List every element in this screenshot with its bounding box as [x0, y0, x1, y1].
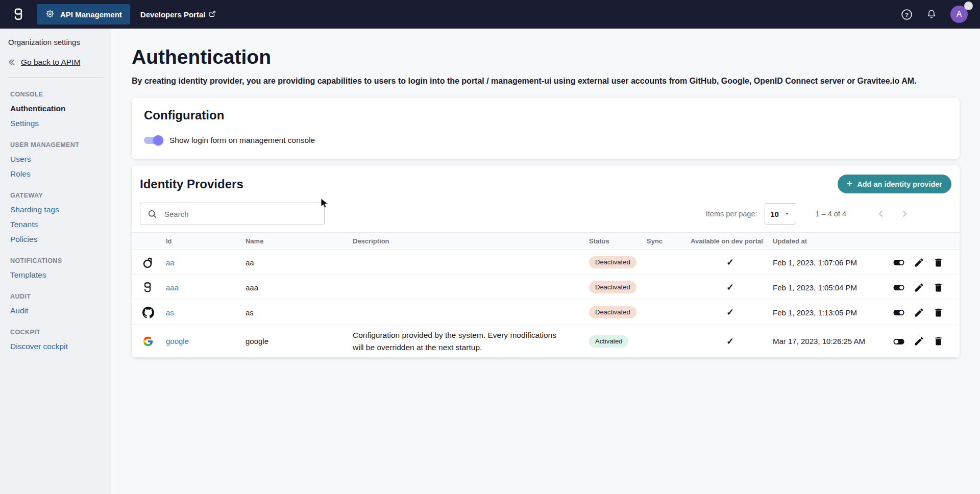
notifications-button[interactable] — [926, 9, 937, 20]
sidebar-item-roles[interactable]: Roles — [10, 169, 101, 179]
external-link-icon — [209, 10, 216, 19]
sidebar-item-discover-cockpit[interactable]: Discover cockpit — [10, 342, 101, 351]
sidebar-item-authentication[interactable]: Authentication — [10, 104, 101, 113]
idp-updated-at: Feb 1, 2023, 1:07:06 PM — [771, 258, 886, 267]
delete-button[interactable] — [933, 256, 944, 268]
idp-description: Configuration provided by the system. Ev… — [351, 329, 587, 353]
delete-button[interactable] — [933, 335, 944, 348]
toggle-on-icon — [893, 281, 905, 293]
pencil-icon — [914, 257, 924, 268]
activate-toggle-button[interactable] — [893, 256, 905, 268]
pencil-icon — [914, 282, 924, 293]
check-icon: ✓ — [726, 307, 734, 318]
pencil-icon — [914, 336, 924, 347]
status-badge: Deactivated — [589, 306, 636, 318]
identity-providers-title: Identity Providers — [140, 177, 243, 191]
show-login-form-label: Show login form on management console — [169, 136, 315, 145]
idp-id-link[interactable]: aa — [164, 258, 244, 267]
column-header-status: Status — [587, 237, 645, 245]
edit-button[interactable] — [914, 281, 924, 293]
status-badge: Activated — [589, 335, 628, 348]
idp-updated-at: Feb 1, 2023, 1:13:05 PM — [771, 308, 886, 317]
plus-icon: + — [847, 179, 853, 189]
help-icon: ? — [901, 9, 913, 20]
go-back-to-apim-link[interactable]: Go back to APIM — [7, 58, 104, 67]
check-icon: ✓ — [726, 257, 734, 268]
status-dot — [964, 2, 973, 10]
chevron-down-icon — [784, 211, 790, 217]
developers-portal-label: Developers Portal — [140, 10, 206, 19]
search-box — [140, 203, 325, 225]
status-badge: Deactivated — [589, 281, 636, 293]
idp-id-link[interactable]: aaa — [164, 283, 244, 292]
bell-icon — [926, 9, 937, 20]
developers-portal-link[interactable]: Developers Portal — [140, 10, 216, 19]
column-header-description: Description — [351, 237, 587, 245]
previous-page-button[interactable] — [875, 208, 887, 220]
delete-button[interactable] — [933, 281, 944, 293]
paginator: Items per page: 10 1 – 4 of 4 — [706, 203, 951, 225]
delete-button[interactable] — [933, 306, 944, 318]
api-management-button[interactable]: API Management — [37, 4, 130, 24]
activate-toggle-button[interactable] — [893, 306, 905, 318]
column-header-sync: Sync — [645, 237, 689, 245]
idp-name: aaa — [244, 283, 351, 292]
idp-name: google — [244, 337, 351, 345]
avatar-letter: A — [957, 10, 962, 19]
navbar-right-cluster: ? A — [901, 6, 968, 23]
edit-button[interactable] — [914, 335, 924, 348]
pencil-icon — [914, 307, 924, 318]
search-input[interactable] — [163, 209, 317, 219]
sidebar-item-tenants[interactable]: Tenants — [10, 220, 101, 229]
sidebar-item-sharding-tags[interactable]: Sharding tags — [10, 205, 101, 214]
configuration-card: Configuration Show login form on managem… — [132, 98, 960, 159]
sidebar-item-settings[interactable]: Settings — [10, 119, 101, 128]
activate-toggle-button[interactable] — [893, 335, 905, 348]
google-icon — [132, 336, 164, 347]
sidebar-item-users[interactable]: Users — [10, 155, 101, 164]
column-header-name: Name — [244, 237, 351, 245]
column-header-available-on-dev-portal: Available on dev portal — [689, 237, 771, 245]
idp-id-link[interactable]: google — [164, 337, 244, 345]
section-header-user-management: USER MANAGEMENT — [10, 141, 101, 149]
show-login-form-toggle[interactable] — [144, 137, 162, 144]
sidebar: Organization settings Go back to APIM CO… — [0, 29, 111, 494]
table-row: aa aa Deactivated ✓ Feb 1, 2023, 1:07:06… — [132, 250, 960, 275]
sidebar-item-audit[interactable]: Audit — [10, 306, 101, 315]
chevron-left-icon — [875, 208, 887, 220]
section-header-cockpit: COCKPIT — [10, 329, 101, 336]
section-header-audit: AUDIT — [10, 293, 101, 300]
table-row: google google Configuration provided by … — [132, 325, 960, 358]
next-page-button[interactable] — [898, 208, 911, 220]
activate-toggle-button[interactable] — [893, 281, 905, 293]
chevron-right-icon — [898, 208, 911, 220]
page-range-label: 1 – 4 of 4 — [816, 210, 846, 218]
github-icon — [132, 307, 164, 318]
api-management-label: API Management — [60, 10, 122, 19]
idp-updated-at: Mar 17, 2023, 10:26:25 AM — [771, 337, 886, 345]
trash-icon — [933, 336, 944, 347]
section-header-gateway: GATEWAY — [10, 192, 101, 199]
sidebar-item-templates[interactable]: Templates — [10, 270, 101, 280]
toggle-on-icon — [893, 306, 905, 318]
check-icon: ✓ — [726, 282, 734, 293]
top-navbar: API Management Developers Portal ? — [0, 0, 980, 29]
idp-id-link[interactable]: as — [164, 308, 244, 317]
section-header-console: CONSOLE — [10, 91, 101, 98]
edit-button[interactable] — [914, 306, 924, 318]
edit-button[interactable] — [914, 256, 924, 268]
gravitee-logo-icon — [12, 7, 26, 22]
double-chevron-left-icon — [7, 58, 16, 67]
items-per-page-label: Items per page: — [706, 210, 757, 218]
add-identity-provider-button[interactable]: + Add an identity provider — [838, 175, 951, 193]
column-header-id: Id — [164, 237, 244, 245]
help-button[interactable]: ? — [901, 9, 913, 20]
configuration-title: Configuration — [144, 108, 947, 122]
sidebar-item-policies[interactable]: Policies — [10, 235, 101, 244]
items-per-page-select[interactable]: 10 — [765, 203, 796, 225]
page-description: By creating identity provider, you are p… — [132, 77, 960, 86]
user-menu-button[interactable]: A — [950, 6, 968, 23]
sidebar-title: Organization settings — [8, 38, 103, 46]
identity-providers-card: Identity Providers + Add an identity pro… — [132, 165, 960, 358]
table-header-row: Id Name Description Status Sync Availabl… — [132, 232, 960, 250]
